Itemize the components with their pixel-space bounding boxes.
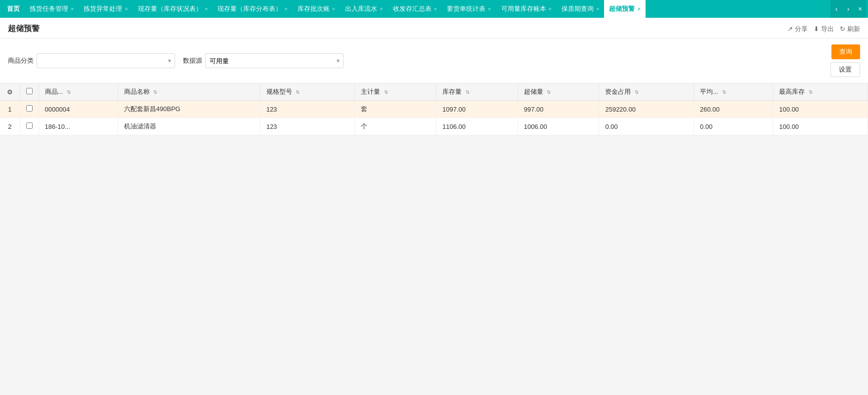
row1-checkbox[interactable] xyxy=(26,105,33,112)
filter-area: 商品分类 数据源 可用量 库存量 查询 设置 xyxy=(0,39,868,83)
order-stat-tab-label: 要货单统计表 xyxy=(447,4,485,13)
export-button[interactable]: ⬇ 导出 xyxy=(814,25,834,34)
task-tab-label: 拣货任务管理 xyxy=(30,4,68,13)
row1-overstock: 997.00 xyxy=(518,101,599,118)
overstock-tab-close[interactable]: × xyxy=(637,6,640,12)
nav-tab-overstock[interactable]: 超储预警 × xyxy=(604,0,645,18)
exception-tab-label: 拣货异常处理 xyxy=(84,4,122,13)
row1-avg: 260.00 xyxy=(694,101,773,118)
row1-max: 100.00 xyxy=(773,101,868,118)
datasource-filter: 数据源 可用量 库存量 xyxy=(183,53,344,68)
row2-spec: 123 xyxy=(260,118,355,135)
row2-name: 机油滤清器 xyxy=(118,118,260,135)
col-code-label: 商品... xyxy=(45,88,63,95)
row1-checkbox-cell xyxy=(20,101,39,118)
nav-tab-stock-status[interactable]: 现存量（库存状况表） × xyxy=(133,0,213,18)
col-header-spec[interactable]: 规格型号 ⇅ xyxy=(260,83,355,101)
col-spec-label: 规格型号 xyxy=(266,88,292,95)
col-stock-sort-icon: ⇅ xyxy=(466,89,470,95)
available-tab-close[interactable]: × xyxy=(549,6,552,12)
quality-tab-close[interactable]: × xyxy=(596,6,599,12)
nav-arrow-left[interactable]: ‹ xyxy=(830,0,842,18)
col-header-code[interactable]: 商品... ⇅ xyxy=(39,83,118,101)
col-avg-label: 平均... xyxy=(700,88,718,95)
select-all-checkbox[interactable] xyxy=(26,88,33,94)
row2-stock: 1106.00 xyxy=(436,118,518,135)
overstock-tab-label: 超储预警 xyxy=(609,4,635,13)
nav-tab-batch[interactable]: 库存批次账 × xyxy=(293,0,340,18)
page-content: 超储预警 ↗ 分享 ⬇ 导出 ↻ 刷新 商品分类 xyxy=(0,18,868,135)
nav-arrow-right[interactable]: › xyxy=(842,0,854,18)
col-header-max[interactable]: 最高库存 ⇅ xyxy=(773,83,868,101)
refresh-button[interactable]: ↻ 刷新 xyxy=(840,25,860,34)
exception-tab-close[interactable]: × xyxy=(125,6,128,12)
category-filter: 商品分类 xyxy=(8,53,175,68)
category-label: 商品分类 xyxy=(8,56,34,65)
row2-capital: 0.00 xyxy=(599,118,694,135)
nav-tab-quality[interactable]: 保质期查询 × xyxy=(557,0,604,18)
datasource-select-wrapper: 可用量 库存量 xyxy=(205,53,344,68)
col-header-avg[interactable]: 平均... ⇅ xyxy=(694,83,773,101)
nav-tab-exception[interactable]: 拣货异常处理 × xyxy=(79,0,132,18)
col-max-label: 最高库存 xyxy=(779,88,805,95)
category-select[interactable] xyxy=(37,53,175,68)
col-header-name[interactable]: 商品名称 ⇅ xyxy=(118,83,260,101)
collect-tab-close[interactable]: × xyxy=(434,6,437,12)
flow-tab-close[interactable]: × xyxy=(380,6,383,12)
row1-capital: 259220.00 xyxy=(599,101,694,118)
stock-status-tab-close[interactable]: × xyxy=(205,6,208,12)
col-header-checkbox[interactable] xyxy=(20,83,39,101)
batch-tab-close[interactable]: × xyxy=(332,6,335,12)
col-capital-sort-icon: ⇅ xyxy=(635,89,639,95)
col-name-sort-icon: ⇅ xyxy=(153,89,157,95)
row2-avg: 0.00 xyxy=(694,118,773,135)
query-button[interactable]: 查询 xyxy=(831,44,860,59)
collect-tab-label: 收发存汇总表 xyxy=(393,4,432,13)
batch-tab-label: 库存批次账 xyxy=(298,4,330,13)
row2-max: 100.00 xyxy=(773,118,868,135)
nav-tab-task[interactable]: 拣货任务管理 × xyxy=(25,0,79,18)
nav-tab-home[interactable]: 首页 xyxy=(2,0,25,18)
row2-code: 186-10... xyxy=(39,118,118,135)
nav-tab-flow[interactable]: 出入库流水 × xyxy=(340,0,388,18)
col-header-stock[interactable]: 库存量 ⇅ xyxy=(436,83,518,101)
stock-dist-tab-close[interactable]: × xyxy=(284,6,287,12)
col-capital-label: 资金占用 xyxy=(605,88,631,95)
datasource-select[interactable]: 可用量 库存量 xyxy=(205,53,344,68)
nav-tab-stock-dist[interactable]: 现存量（库存分布表） × xyxy=(213,0,292,18)
nav-arrows: ‹ › × xyxy=(830,0,866,18)
row2-checkbox-cell xyxy=(20,118,39,135)
table-row: 1 0000004 六配套新昌490BPG 123 套 1097.00 997.… xyxy=(0,101,868,118)
col-header-capital[interactable]: 资金占用 ⇅ xyxy=(599,83,694,101)
row2-checkbox[interactable] xyxy=(26,122,33,129)
settings-icon: ⚙ xyxy=(7,88,13,96)
col-overstock-sort-icon: ⇅ xyxy=(547,89,551,95)
page-title: 超储预警 xyxy=(8,24,40,34)
col-header-overstock[interactable]: 超储量 ⇅ xyxy=(518,83,599,101)
export-icon: ⬇ xyxy=(814,25,819,33)
refresh-icon: ↻ xyxy=(840,25,845,33)
col-header-unit[interactable]: 主计量 ⇅ xyxy=(355,83,436,101)
row2-unit: 个 xyxy=(355,118,436,135)
nav-tab-order-stat[interactable]: 要货单统计表 × xyxy=(442,0,496,18)
col-stock-label: 库存量 xyxy=(442,88,462,95)
category-select-wrapper xyxy=(37,53,175,68)
col-spec-sort-icon: ⇅ xyxy=(296,89,300,95)
order-stat-tab-close[interactable]: × xyxy=(488,6,491,12)
flow-tab-label: 出入库流水 xyxy=(345,4,377,13)
col-unit-sort-icon: ⇅ xyxy=(384,89,388,95)
share-label: 分享 xyxy=(795,25,808,34)
setting-button[interactable]: 设置 xyxy=(830,62,860,77)
nav-tab-available[interactable]: 可用量库存账本 × xyxy=(496,0,557,18)
row1-unit: 套 xyxy=(355,101,436,118)
col-overstock-label: 超储量 xyxy=(524,88,543,95)
page-actions: ↗ 分享 ⬇ 导出 ↻ 刷新 xyxy=(787,25,860,34)
data-table: ⚙ 商品... ⇅ 商品名称 ⇅ 规格型号 ⇅ xyxy=(0,83,868,135)
task-tab-close[interactable]: × xyxy=(71,6,74,12)
col-header-settings[interactable]: ⚙ xyxy=(0,83,20,101)
share-button[interactable]: ↗ 分享 xyxy=(787,25,808,34)
quality-tab-label: 保质期查询 xyxy=(562,4,594,13)
nav-arrow-close[interactable]: × xyxy=(854,0,866,18)
col-name-label: 商品名称 xyxy=(124,88,150,95)
nav-tab-collect[interactable]: 收发存汇总表 × xyxy=(388,0,442,18)
